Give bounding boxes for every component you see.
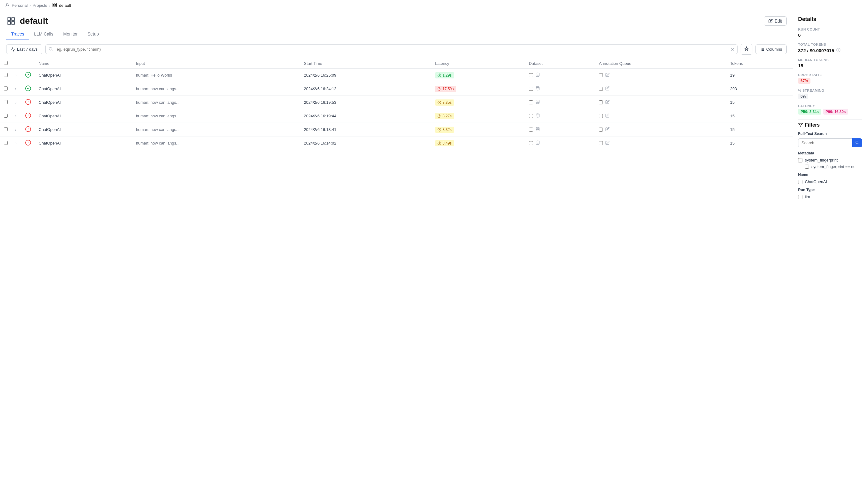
- table-header-row: Name Input Start Time Latency Dataset An…: [0, 58, 793, 68]
- expand-icon[interactable]: ›: [11, 68, 21, 82]
- tab-llm-calls[interactable]: LLM Calls: [29, 29, 58, 40]
- row-annotation: [595, 68, 726, 82]
- col-input: Input: [132, 58, 300, 68]
- dataset-checkbox[interactable]: [529, 73, 533, 77]
- row-checkbox[interactable]: [4, 127, 8, 131]
- annotation-icon[interactable]: [605, 73, 610, 78]
- annotation-checkbox[interactable]: [599, 87, 603, 91]
- row-name[interactable]: ChatOpenAI: [35, 82, 132, 96]
- traces-table: Name Input Start Time Latency Dataset An…: [0, 58, 793, 504]
- row-name[interactable]: ChatOpenAI: [35, 109, 132, 123]
- error-rate-section: ERROR RATE 67%: [798, 73, 862, 84]
- col-dataset: Dataset: [525, 58, 596, 68]
- error-rate-label: ERROR RATE: [798, 73, 862, 77]
- system-fingerprint-null-checkbox[interactable]: [805, 165, 809, 168]
- tabs: Traces LLM Calls Monitor Setup: [0, 29, 793, 40]
- dataset-icon[interactable]: [535, 100, 540, 105]
- row-checkbox[interactable]: [4, 87, 8, 90]
- magic-button[interactable]: [741, 44, 752, 55]
- dataset-icon[interactable]: [535, 73, 540, 78]
- expand-icon[interactable]: ›: [11, 136, 21, 150]
- svg-point-21: [536, 87, 539, 88]
- chatopenai-checkbox[interactable]: [798, 180, 802, 184]
- select-all-checkbox[interactable]: [4, 61, 8, 65]
- annotation-checkbox[interactable]: [599, 128, 603, 132]
- row-checkbox[interactable]: [4, 100, 8, 104]
- status-icon: [21, 96, 35, 109]
- row-input: human: Hello World!: [132, 68, 300, 82]
- row-start-time: 2024/2/6 16:19:44: [300, 109, 432, 123]
- row-input: human: how can langs...: [132, 109, 300, 123]
- dataset-checkbox[interactable]: [529, 100, 533, 105]
- dataset-checkbox[interactable]: [529, 141, 533, 145]
- system-fingerprint-label: system_fingerprint: [805, 158, 838, 162]
- expand-icon[interactable]: ›: [11, 123, 21, 136]
- annotation-checkbox[interactable]: [599, 114, 603, 118]
- dataset-checkbox[interactable]: [529, 87, 533, 91]
- row-start-time: 2024/2/6 16:25:09: [300, 68, 432, 82]
- tab-monitor[interactable]: Monitor: [58, 29, 83, 40]
- system-fingerprint-null-label: system_fingerprint == null: [811, 164, 857, 169]
- page-icon: [6, 16, 16, 26]
- row-input: human: how can langs...: [132, 96, 300, 109]
- annotation-icon[interactable]: [605, 86, 610, 91]
- row-dataset: [525, 68, 596, 82]
- columns-button[interactable]: Columns: [756, 44, 787, 54]
- breadcrumb-personal[interactable]: Personal: [12, 3, 28, 8]
- row-checkbox[interactable]: [4, 114, 8, 118]
- dataset-icon[interactable]: [535, 86, 540, 91]
- row-name[interactable]: ChatOpenAI: [35, 68, 132, 82]
- row-name[interactable]: ChatOpenAI: [35, 96, 132, 109]
- expand-icon[interactable]: ›: [11, 96, 21, 109]
- metadata-label: Metadata: [798, 151, 862, 155]
- table-row[interactable]: › ChatOpenAI human: how can langs... 202…: [0, 123, 793, 136]
- row-checkbox[interactable]: [4, 73, 8, 77]
- expand-icon[interactable]: ›: [11, 109, 21, 123]
- svg-rect-1: [53, 3, 54, 4]
- annotation-checkbox[interactable]: [599, 141, 603, 145]
- col-tokens: Tokens: [726, 58, 793, 68]
- run-count-section: RUN COUNT 6: [798, 28, 862, 38]
- system-fingerprint-checkbox[interactable]: [798, 158, 802, 162]
- svg-rect-6: [12, 18, 14, 20]
- row-tokens: 15: [726, 136, 793, 150]
- dataset-icon[interactable]: [535, 113, 540, 119]
- annotation-icon[interactable]: [605, 113, 610, 119]
- median-tokens-section: MEDIAN TOKENS 15: [798, 58, 862, 68]
- col-latency: Latency: [431, 58, 525, 68]
- date-range-button[interactable]: Last 7 days: [6, 44, 42, 54]
- dataset-icon[interactable]: [535, 141, 540, 146]
- search-input[interactable]: [45, 44, 738, 54]
- dataset-icon[interactable]: [535, 127, 540, 132]
- dataset-checkbox[interactable]: [529, 128, 533, 132]
- tab-setup[interactable]: Setup: [83, 29, 104, 40]
- svg-rect-4: [55, 5, 56, 7]
- row-name[interactable]: ChatOpenAI: [35, 136, 132, 150]
- table-row[interactable]: › ChatOpenAI human: how can langs... 202…: [0, 96, 793, 109]
- annotation-checkbox[interactable]: [599, 100, 603, 105]
- edit-button[interactable]: Edit: [764, 17, 787, 26]
- svg-point-41: [536, 141, 539, 142]
- dataset-checkbox[interactable]: [529, 114, 533, 118]
- annotation-icon[interactable]: [605, 141, 610, 146]
- expand-icon[interactable]: ›: [11, 82, 21, 96]
- row-input: human: how can langs...: [132, 82, 300, 96]
- run-type-filter-label: Run Type: [798, 188, 862, 192]
- annotation-icon[interactable]: [605, 127, 610, 132]
- row-start-time: 2024/2/6 16:18:41: [300, 123, 432, 136]
- full-text-search-button[interactable]: [852, 138, 862, 147]
- breadcrumb-projects[interactable]: Projects: [33, 3, 47, 8]
- annotation-icon[interactable]: [605, 100, 610, 105]
- table-row[interactable]: › ChatOpenAI human: how can langs... 202…: [0, 82, 793, 96]
- latency-p99-badge: P99: 16.89s: [823, 109, 848, 114]
- table-row[interactable]: › ChatOpenAI human: how can langs... 202…: [0, 109, 793, 123]
- llm-checkbox[interactable]: [798, 195, 802, 199]
- row-checkbox[interactable]: [4, 141, 8, 145]
- row-dataset: [525, 82, 596, 96]
- clear-icon[interactable]: ✕: [731, 47, 735, 52]
- annotation-checkbox[interactable]: [599, 73, 603, 77]
- table-row[interactable]: › ChatOpenAI human: how can langs... 202…: [0, 136, 793, 150]
- table-row[interactable]: › ChatOpenAI human: Hello World! 2024/2/…: [0, 68, 793, 82]
- tab-traces[interactable]: Traces: [6, 29, 29, 40]
- row-name[interactable]: ChatOpenAI: [35, 123, 132, 136]
